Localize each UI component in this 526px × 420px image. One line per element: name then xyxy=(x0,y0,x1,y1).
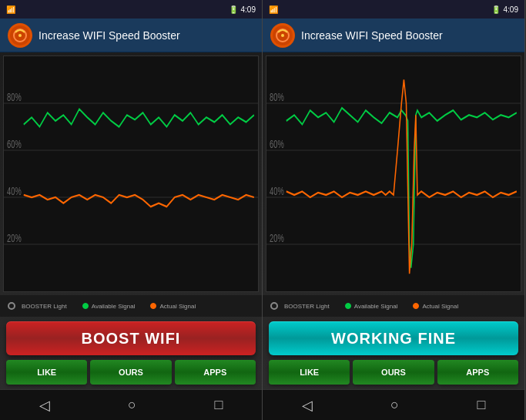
nav-bar-left: ◁ ○ □ xyxy=(0,389,262,420)
app-logo-left xyxy=(8,23,32,48)
app-logo-right xyxy=(270,23,295,48)
orange-dot-left xyxy=(150,303,156,309)
status-right-left: 🔋 4:09 xyxy=(229,5,256,14)
legend-radio-right: BOOSTER Light xyxy=(270,302,330,310)
app-title-right: Increase WIFI Speed Booster xyxy=(301,29,443,42)
status-left-right: 📶 xyxy=(269,5,278,14)
wifi-icon-left: 📶 xyxy=(6,5,15,14)
home-button-left[interactable]: ○ xyxy=(116,394,149,416)
orange-label-left: Actual Signal xyxy=(159,303,196,310)
nav-bar-right: ◁ ○ □ xyxy=(263,389,524,420)
legend-right: BOOSTER Light Available Signal Actual Si… xyxy=(263,295,524,317)
like-button-left[interactable]: LIKE xyxy=(6,360,87,385)
radio-label-left: BOOSTER Light xyxy=(22,303,67,310)
legend-orange-right: Actual Signal xyxy=(413,303,458,310)
like-button-right[interactable]: LIKE xyxy=(269,360,350,385)
apps-button-left[interactable]: APPS xyxy=(175,360,256,385)
status-right-right: 🔋 4:09 xyxy=(491,5,518,14)
time-left: 4:09 xyxy=(241,5,256,14)
legend-green-right: Available Signal xyxy=(345,303,398,310)
radio-label-right: BOOSTER Light xyxy=(284,303,330,310)
chart-left: 80% 60% 40% 20% xyxy=(3,55,259,292)
svg-text:20%: 20% xyxy=(270,232,284,244)
svg-text:60%: 60% xyxy=(270,138,284,150)
legend-radio-left: BOOSTER Light xyxy=(8,302,67,310)
radio-indicator-right xyxy=(270,302,278,310)
app-header-left: Increase WIFI Speed Booster xyxy=(0,18,262,52)
battery-icon-left: 🔋 xyxy=(229,5,238,14)
legend-orange-left: Actual Signal xyxy=(150,303,196,310)
back-button-left[interactable]: ◁ xyxy=(27,394,62,417)
recents-button-right[interactable]: □ xyxy=(464,394,498,416)
bottom-buttons-right: LIKE OURS APPS xyxy=(263,360,524,389)
bottom-buttons-left: LIKE OURS APPS xyxy=(0,360,262,389)
svg-text:40%: 40% xyxy=(7,185,22,197)
status-bar-left: 📶 🔋 4:09 xyxy=(0,0,262,18)
wifi-icon-right: 📶 xyxy=(269,5,278,14)
green-dot-left xyxy=(82,303,89,309)
legend-green-left: Available Signal xyxy=(82,303,136,310)
svg-text:80%: 80% xyxy=(270,91,284,102)
svg-rect-3 xyxy=(4,56,258,291)
svg-text:80%: 80% xyxy=(7,91,22,102)
home-button-right[interactable]: ○ xyxy=(378,394,411,416)
working-fine-button[interactable]: WORKING FINE xyxy=(269,321,518,355)
svg-text:40%: 40% xyxy=(270,185,284,197)
ours-button-left[interactable]: OURS xyxy=(90,360,171,385)
ours-button-right[interactable]: OURS xyxy=(353,360,434,385)
svg-point-14 xyxy=(281,34,284,37)
time-right: 4:09 xyxy=(504,5,518,14)
green-label-right: Available Signal xyxy=(354,303,398,310)
chart-right: 80% 60% 40% 20% xyxy=(266,55,521,292)
boost-wifi-button[interactable]: BOOST WIFI xyxy=(6,321,256,355)
svg-rect-15 xyxy=(266,56,521,291)
battery-icon-right: 🔋 xyxy=(491,5,501,14)
orange-dot-right xyxy=(413,303,419,309)
svg-text:60%: 60% xyxy=(7,138,22,150)
back-button-right[interactable]: ◁ xyxy=(290,394,325,417)
status-left-left: 📶 xyxy=(6,5,15,14)
green-label-left: Available Signal xyxy=(92,303,136,310)
apps-button-right[interactable]: APPS xyxy=(437,360,518,385)
green-dot-right xyxy=(345,303,351,309)
orange-label-right: Actual Signal xyxy=(422,303,458,310)
app-title-left: Increase WIFI Speed Booster xyxy=(39,29,180,42)
chart-svg-right: 80% 60% 40% 20% xyxy=(266,56,521,291)
svg-text:20%: 20% xyxy=(7,232,22,244)
chart-svg-left: 80% 60% 40% 20% xyxy=(4,56,258,291)
legend-left: BOOSTER Light Available Signal Actual Si… xyxy=(0,295,262,317)
app-header-right: Increase WIFI Speed Booster xyxy=(263,18,524,52)
recents-button-left[interactable]: □ xyxy=(202,394,235,416)
radio-indicator-left xyxy=(8,302,15,310)
svg-point-2 xyxy=(18,34,22,37)
left-panel: 📶 🔋 4:09 Increase WIFI Speed Booster xyxy=(0,0,263,420)
right-panel: 📶 🔋 4:09 Increase WIFI Speed Booster xyxy=(263,0,525,420)
status-bar-right: 📶 🔋 4:09 xyxy=(263,0,524,18)
